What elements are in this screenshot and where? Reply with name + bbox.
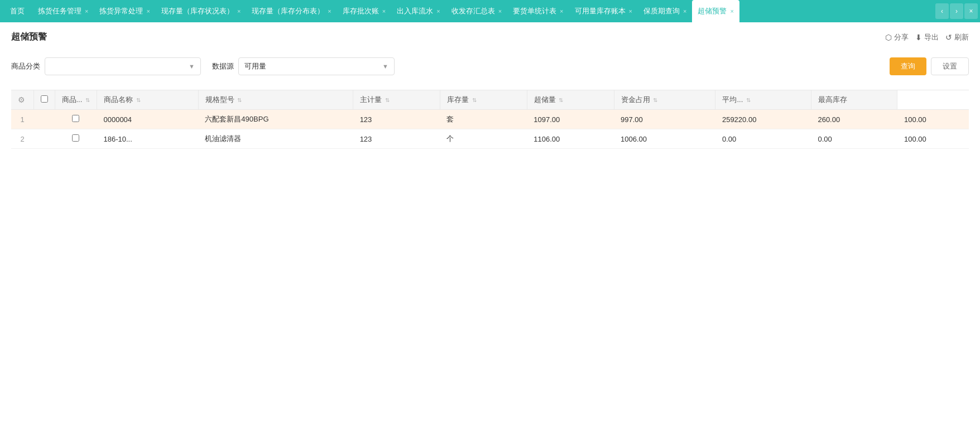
share-button[interactable]: ⬡ 分享: [885, 32, 909, 42]
sort-icon-capital: ⇅: [653, 97, 657, 103]
share-icon: ⬡: [885, 33, 892, 42]
page-title: 超储预警: [11, 31, 47, 43]
top-nav: 首页 拣货任务管理 × 拣货异常处理 × 现存量（库存状况表） × 现存量（库存…: [0, 0, 980, 22]
category-filter-group: 商品分类 ▼: [11, 57, 201, 75]
nav-tab-1[interactable]: 拣货任务管理 ×: [32, 0, 94, 22]
th-unit[interactable]: 主计量 ⇅: [353, 90, 440, 110]
cell-capital-1: 0.00: [715, 129, 811, 149]
category-select[interactable]: ▼: [45, 57, 201, 75]
nav-home[interactable]: 首页: [2, 0, 32, 22]
row-gear-0: [33, 110, 55, 129]
cell-product-name-0: 六配套新昌490BPG: [198, 110, 353, 129]
cell-spec-0: 123: [353, 110, 440, 129]
th-max-stock[interactable]: 最高库存: [811, 90, 897, 110]
nav-tab-3[interactable]: 现存量（库存状况表） ×: [156, 0, 246, 22]
cell-product-name-1: 机油滤清器: [198, 129, 353, 149]
close-tab-5[interactable]: ×: [382, 8, 386, 14]
datasource-label: 数据源: [212, 61, 234, 71]
sort-icon-unit: ⇅: [385, 97, 390, 103]
gear-icon[interactable]: ⚙: [18, 95, 25, 104]
row-select-1[interactable]: [72, 134, 79, 142]
cell-product-code-1: 186-10...: [97, 129, 198, 149]
row-num-1: 2: [11, 129, 33, 149]
close-tab-10[interactable]: ×: [683, 8, 686, 14]
th-product-code[interactable]: 商品... ⇅: [55, 90, 97, 110]
cell-stock-1: 1106.00: [527, 129, 614, 149]
table-row[interactable]: 1 0000004 六配套新昌490BPG 123 套 1097.00 997.…: [11, 110, 969, 129]
nav-tab-7[interactable]: 收发存汇总表 ×: [446, 0, 507, 22]
th-product-name[interactable]: 商品名称 ⇅: [97, 90, 198, 110]
th-capital[interactable]: 资金占用 ⇅: [614, 90, 715, 110]
cell-max-stock-0: 100.00: [897, 110, 969, 129]
nav-tab-10[interactable]: 保质期查询 ×: [638, 0, 692, 22]
datasource-dropdown-arrow: ▼: [382, 63, 388, 70]
cell-product-code-0: 0000004: [97, 110, 198, 129]
table-header-row: ⚙ 商品... ⇅ 商品名称 ⇅ 规格型号 ⇅ 主计量: [11, 90, 969, 110]
close-tab-1[interactable]: ×: [85, 8, 88, 14]
category-label: 商品分类: [11, 61, 40, 71]
table-row[interactable]: 2 186-10... 机油滤清器 123 个 1106.00 1006.00 …: [11, 129, 969, 149]
cell-unit-0: 套: [440, 110, 527, 129]
sort-icon-name: ⇅: [136, 97, 141, 103]
category-dropdown-arrow: ▼: [189, 63, 195, 70]
row-checkbox-0[interactable]: [55, 110, 97, 129]
close-tab-9[interactable]: ×: [629, 8, 632, 14]
cell-avg-0: 260.00: [811, 110, 897, 129]
cell-spec-1: 123: [353, 129, 440, 149]
nav-tab-9[interactable]: 可用量库存账本 ×: [569, 0, 638, 22]
export-button[interactable]: ⬇ 导出: [915, 32, 939, 42]
close-tab-7[interactable]: ×: [498, 8, 502, 14]
nav-tab-5[interactable]: 库存批次账 ×: [337, 0, 391, 22]
sort-icon-over-stock: ⇅: [559, 97, 563, 103]
nav-close-btn[interactable]: ×: [964, 3, 978, 19]
sort-icon-spec: ⇅: [237, 97, 242, 103]
th-stock[interactable]: 库存量 ⇅: [440, 90, 527, 110]
close-tab-11[interactable]: ×: [730, 8, 733, 14]
sort-icon-stock: ⇅: [472, 97, 477, 103]
filter-row: 商品分类 ▼ 数据源 可用量 ▼ 查询 设置: [11, 52, 969, 81]
page-header: 超储预警 ⬡ 分享 ⬇ 导出 ↺ 刷新: [11, 31, 969, 43]
cell-over-stock-0: 997.00: [614, 110, 715, 129]
nav-tab-6[interactable]: 出入库流水 ×: [391, 0, 445, 22]
filter-actions: 查询 设置: [890, 57, 969, 75]
nav-tab-2[interactable]: 拣货异常处理 ×: [94, 0, 155, 22]
datasource-select[interactable]: 可用量 ▼: [238, 57, 395, 75]
th-avg[interactable]: 平均... ⇅: [715, 90, 811, 110]
close-tab-8[interactable]: ×: [560, 8, 563, 14]
th-spec[interactable]: 规格型号 ⇅: [198, 90, 353, 110]
close-tab-4[interactable]: ×: [328, 8, 331, 14]
data-table: ⚙ 商品... ⇅ 商品名称 ⇅ 规格型号 ⇅ 主计量: [11, 90, 969, 149]
row-gear-1: [33, 129, 55, 149]
query-button[interactable]: 查询: [890, 57, 926, 75]
nav-next-btn[interactable]: ›: [950, 3, 963, 19]
refresh-icon: ↺: [945, 33, 952, 42]
nav-tab-4[interactable]: 现存量（库存分布表） ×: [246, 0, 337, 22]
cell-unit-1: 个: [440, 129, 527, 149]
cell-max-stock-1: 100.00: [897, 129, 969, 149]
nav-tab-11[interactable]: 超储预警 ×: [692, 0, 739, 22]
header-actions: ⬡ 分享 ⬇ 导出 ↺ 刷新: [885, 32, 969, 42]
close-tab-2[interactable]: ×: [146, 8, 150, 14]
th-checkbox[interactable]: [33, 90, 55, 110]
sort-icon-code: ⇅: [85, 97, 90, 103]
row-select-0[interactable]: [72, 115, 79, 122]
datasource-filter-group: 数据源 可用量 ▼: [212, 57, 395, 75]
setting-button[interactable]: 设置: [931, 57, 969, 75]
refresh-button[interactable]: ↺ 刷新: [945, 32, 969, 42]
th-gear[interactable]: ⚙: [11, 90, 33, 110]
cell-avg-1: 0.00: [811, 129, 897, 149]
sort-icon-avg: ⇅: [746, 97, 751, 103]
select-all-checkbox[interactable]: [41, 95, 48, 103]
th-over-stock[interactable]: 超储量 ⇅: [527, 90, 614, 110]
nav-prev-btn[interactable]: ‹: [935, 3, 949, 19]
cell-stock-0: 1097.00: [527, 110, 614, 129]
cell-over-stock-1: 1006.00: [614, 129, 715, 149]
close-tab-6[interactable]: ×: [436, 8, 440, 14]
row-num-0: 1: [11, 110, 33, 129]
main-content: 超储预警 ⬡ 分享 ⬇ 导出 ↺ 刷新 商品分类 ▼ 数据源: [0, 22, 980, 446]
export-icon: ⬇: [915, 33, 922, 42]
row-checkbox-1[interactable]: [55, 129, 97, 149]
close-tab-3[interactable]: ×: [237, 8, 241, 14]
nav-arrows: ‹ › ×: [935, 3, 978, 19]
nav-tab-8[interactable]: 要货单统计表 ×: [507, 0, 569, 22]
